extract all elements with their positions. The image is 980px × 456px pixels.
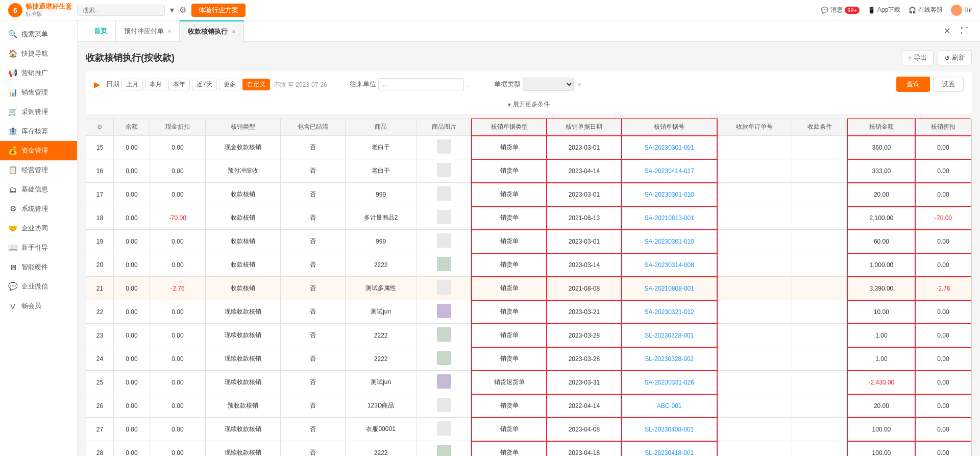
prepay-tab-close[interactable]: ×	[168, 28, 171, 34]
tab-close-all-icon[interactable]: ✕	[941, 25, 953, 37]
bill-no-link[interactable]: SL-20230328-002	[645, 355, 694, 363]
sidebar-item-hardware[interactable]: 🖥 智能硬件	[0, 257, 77, 277]
cell-bill-no[interactable]: ABC-001	[622, 394, 717, 418]
cell-bill-no[interactable]: SA-20210808-001	[622, 277, 717, 300]
sidebar-item-vip[interactable]: V 畅会员	[0, 296, 77, 316]
last-7days-btn[interactable]: 近7天	[192, 79, 217, 90]
bill-type-chevron: ▾	[578, 81, 581, 88]
cell-receipt-condition	[792, 159, 847, 183]
bill-no-link[interactable]: SA-20230331-026	[644, 379, 694, 386]
bill-no-link[interactable]: SA-20230301-010	[644, 191, 694, 198]
this-year-btn[interactable]: 本年	[168, 79, 190, 90]
cell-bill-no[interactable]: SA-20230321-012	[622, 300, 717, 324]
cell-bill-no[interactable]: SA-20210813-001	[622, 206, 717, 230]
cell-cash-discount: 0.00	[150, 347, 205, 371]
sidebar-item-sales[interactable]: 📊 销售管理	[0, 83, 77, 102]
settings-gear-icon[interactable]	[179, 5, 186, 15]
bill-no-link[interactable]: SA-20230301-010	[644, 238, 694, 245]
bill-no-link[interactable]: ABC-001	[657, 402, 682, 410]
cell-bill-no[interactable]: SA-20230301-010	[622, 230, 717, 253]
bill-no-link[interactable]: SA-20230414-017	[644, 167, 694, 175]
top-search-input[interactable]	[77, 5, 165, 16]
export-button[interactable]: ↑ 导出	[902, 50, 934, 65]
cell-bill-no[interactable]: SL-20230408-001	[622, 418, 717, 441]
bill-no-link[interactable]: SA-20230321-012	[644, 308, 694, 316]
sidebar-item-guide[interactable]: 📖 新手引导	[0, 238, 77, 257]
th-bill-type: 核销单据类型	[472, 118, 547, 136]
notification-item[interactable]: 💬 消息 99+	[821, 6, 860, 14]
sidebar-item-quicknav[interactable]: 🏠 快捷导航	[0, 44, 77, 63]
user-name-item[interactable]: Rit	[951, 5, 972, 16]
online-service-item[interactable]: 🎧 在线客服	[909, 6, 943, 14]
hardware-icon: 🖥	[8, 263, 17, 272]
filter-collapse-icon[interactable]: ▶	[94, 80, 100, 89]
more-btn[interactable]: 更多	[219, 79, 240, 90]
cell-goods: 123D商品	[346, 394, 416, 418]
sidebar-item-marketing[interactable]: 📢 营销推广	[0, 63, 77, 83]
bill-no-link[interactable]: SA-20230314-008	[644, 261, 694, 269]
cell-cash-discount: 0.00	[150, 159, 205, 183]
cell-bill-no[interactable]: SA-20230301-001	[622, 136, 717, 159]
th-settings[interactable]: ⚙	[86, 118, 113, 136]
cell-no: 18	[86, 206, 113, 230]
date-range-display: 不限 至 2023-07-26	[274, 81, 327, 89]
bill-no-link[interactable]: SA-20210808-001	[644, 285, 694, 292]
tab-home[interactable]: 首页	[86, 20, 116, 42]
sidebar-item-enterprise[interactable]: 🤝 企业协同	[0, 219, 77, 238]
marketing-icon: 📢	[8, 68, 17, 78]
industry-solution-button[interactable]: 体验行业方案	[191, 4, 246, 17]
cell-bill-no[interactable]: SA-20230331-026	[622, 371, 717, 394]
cell-bill-date: 2023-04-14	[547, 159, 622, 183]
tab-receipt-verify[interactable]: 收款核销执行 ×	[180, 20, 243, 42]
bill-type-select[interactable]	[523, 78, 574, 91]
cell-include-settled: 否	[280, 253, 346, 277]
cell-verify-amount: 2,100.00	[847, 206, 915, 230]
sidebar-item-finance[interactable]: 💰 资金管理	[0, 141, 77, 160]
cell-balance: 0.00	[113, 441, 150, 457]
cell-balance: 0.00	[113, 394, 150, 418]
cell-goods: 2222	[346, 253, 416, 277]
cell-cash-discount: -70.00	[150, 206, 205, 230]
custom-date-btn[interactable]: 自定义	[242, 79, 270, 90]
sidebar-item-wechat[interactable]: 💬 企业微信	[0, 277, 77, 296]
cell-bill-no[interactable]: SA-20230301-010	[622, 183, 717, 206]
receipt-tab-close[interactable]: ×	[232, 29, 235, 35]
search-dropdown-icon[interactable]: ▾	[170, 5, 174, 15]
refresh-button[interactable]: ↺ 刷新	[938, 50, 972, 65]
cell-bill-no[interactable]: SA-20230314-008	[622, 253, 717, 277]
last-month-btn[interactable]: 上月	[121, 79, 143, 90]
cell-bill-no[interactable]: SL-20230418-001	[622, 441, 717, 457]
expand-more-btn[interactable]: ▾ 展开更多条件	[508, 100, 550, 109]
cell-balance: 0.00	[113, 136, 150, 159]
sidebar-item-system[interactable]: ⚙ 系统管理	[0, 199, 77, 219]
bill-no-link[interactable]: SL-20230408-001	[645, 426, 694, 433]
cell-bill-no[interactable]: SL-20230328-002	[622, 347, 717, 371]
app-download-item[interactable]: 📱 App下载	[868, 6, 900, 14]
sidebar-item-inventory[interactable]: 🏦 库存核算	[0, 122, 77, 141]
this-month-btn[interactable]: 本月	[145, 79, 166, 90]
sidebar-item-search[interactable]: 🔍 搜索菜单	[0, 25, 77, 44]
sidebar-item-basics[interactable]: 🗂 基础信息	[0, 180, 77, 199]
sidebar-item-operations[interactable]: 📋 经营管理	[0, 160, 77, 180]
tab-prepay[interactable]: 预付冲应付单 ×	[116, 20, 180, 42]
top-bar: 6 畅捷通谱好生意 标准版 ▾ 体验行业方案 💬 消息 99+ 📱 App下载 …	[0, 0, 980, 20]
bill-no-link[interactable]: SL-20230418-001	[645, 449, 694, 457]
table-row: 21 0.00 -2.76 收款核销 否 测试多属性 销货单 2021-08-0…	[86, 277, 971, 300]
cell-bill-no[interactable]: SA-20230414-017	[622, 159, 717, 183]
th-bill-no: 核销单据号	[622, 118, 717, 136]
cell-include-settled: 否	[280, 394, 346, 418]
cell-include-settled: 否	[280, 371, 346, 394]
bill-no-link[interactable]: SL-20230328-001	[645, 332, 694, 339]
setting-button[interactable]: 设置	[933, 77, 964, 92]
query-button[interactable]: 查询	[896, 77, 930, 92]
table-row: 25 0.00 0.00 现续收款核销 否 测试jun 销货退货单 2023-0…	[86, 371, 971, 394]
cell-verify-type: 现续收款核销	[205, 441, 280, 457]
sidebar-item-purchase[interactable]: 🛒 采购管理	[0, 102, 77, 122]
from-unit-input[interactable]	[378, 78, 464, 90]
cell-bill-no[interactable]: SL-20230328-001	[622, 324, 717, 347]
bill-no-link[interactable]: SA-20230301-001	[644, 144, 694, 151]
bill-no-link[interactable]: SA-20210813-001	[644, 214, 694, 222]
tab-expand-icon[interactable]: ⛶	[958, 26, 972, 37]
cell-cash-discount: 0.00	[150, 253, 205, 277]
cell-no: 27	[86, 418, 113, 441]
